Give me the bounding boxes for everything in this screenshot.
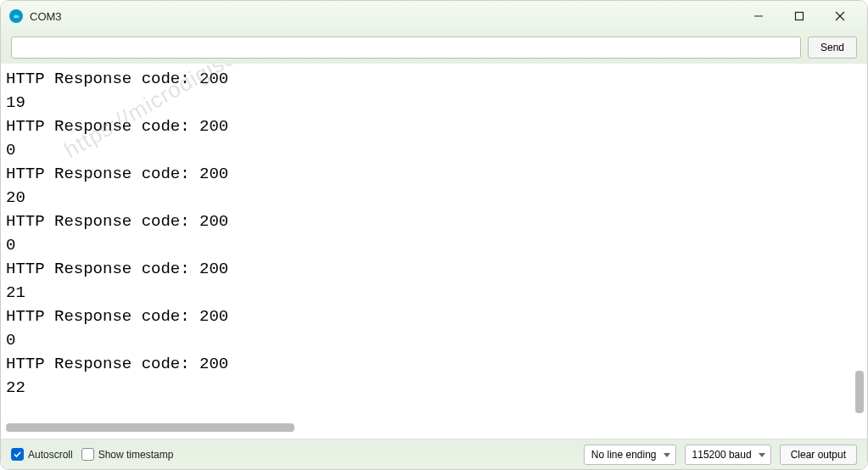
horizontal-scrollbar[interactable] — [6, 423, 850, 434]
autoscroll-label: Autoscroll — [28, 449, 73, 461]
maximize-button[interactable] — [779, 3, 820, 30]
serial-monitor-window: ∞ COM3 Send https://microdigisoft.com · … — [0, 0, 868, 470]
output-line: HTTP Response code: 200 — [6, 67, 864, 91]
vertical-scrollbar-thumb[interactable] — [855, 371, 864, 413]
line-ending-select[interactable]: No line ending — [584, 445, 676, 465]
minimize-button[interactable] — [738, 3, 779, 30]
output-line: 0 — [6, 328, 864, 352]
serial-input[interactable] — [11, 36, 801, 59]
output-line: HTTP Response code: 200 — [6, 115, 864, 138]
timestamp-option[interactable]: Show timestamp — [81, 448, 174, 461]
footer-bar: Autoscroll Show timestamp No line ending… — [1, 439, 867, 469]
output-line: 19 — [6, 91, 864, 115]
baud-value: 115200 baud — [692, 449, 752, 461]
line-ending-value: No line ending — [591, 449, 657, 461]
output-line: HTTP Response code: 200 — [6, 305, 864, 328]
close-button[interactable] — [820, 3, 860, 30]
output-line: HTTP Response code: 200 — [6, 257, 864, 281]
output-line: 22 — [6, 376, 864, 400]
window-controls — [738, 3, 860, 30]
output-line: HTTP Response code: 200 — [6, 210, 864, 233]
send-button[interactable]: Send — [808, 36, 857, 59]
timestamp-label: Show timestamp — [98, 449, 174, 461]
output-line: 0 — [6, 233, 864, 257]
baud-select[interactable]: 115200 baud — [685, 445, 771, 465]
output-line: 0 — [6, 138, 864, 162]
timestamp-checkbox[interactable] — [81, 448, 94, 461]
autoscroll-option[interactable]: Autoscroll — [11, 448, 73, 461]
serial-output[interactable]: https://microdigisoft.com · 19:15 HTTP R… — [1, 64, 867, 439]
titlebar: ∞ COM3 — [1, 1, 867, 31]
output-line: 20 — [6, 186, 864, 210]
svg-rect-1 — [796, 13, 804, 20]
input-row: Send — [1, 31, 867, 64]
arduino-icon: ∞ — [9, 9, 23, 23]
clear-output-button[interactable]: Clear output — [780, 445, 857, 465]
autoscroll-checkbox[interactable] — [11, 448, 24, 461]
output-line: 21 — [6, 281, 864, 305]
output-line: HTTP Response code: 200 — [6, 162, 864, 186]
window-title: COM3 — [30, 10, 738, 23]
output-line: HTTP Response code: 200 — [6, 352, 864, 376]
horizontal-scrollbar-thumb[interactable] — [6, 423, 294, 432]
